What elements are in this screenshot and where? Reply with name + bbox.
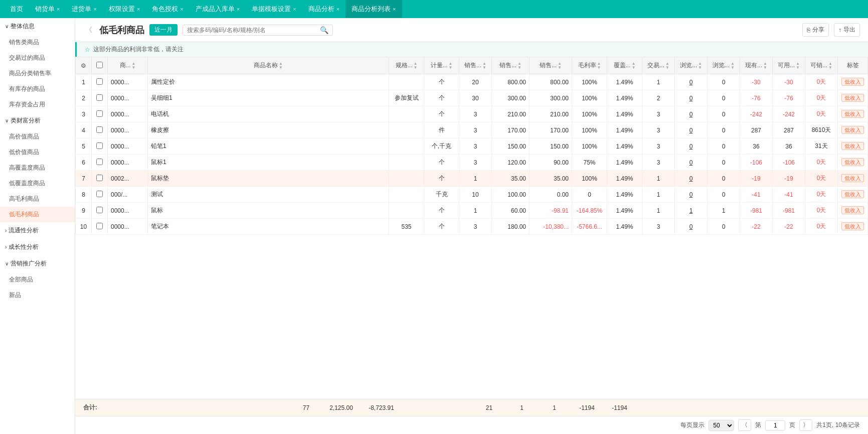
row-select-checkbox[interactable] [96, 110, 103, 117]
sidebar-section-growth[interactable]: › 成长性分析 [0, 239, 75, 255]
row-select-checkbox[interactable] [96, 191, 103, 197]
row-select-checkbox[interactable] [96, 175, 103, 181]
close-icon[interactable]: × [393, 6, 396, 12]
row-select-checkbox[interactable] [96, 78, 103, 85]
sidebar-item-all-goods[interactable]: 全部商品 [0, 272, 75, 287]
row-checkbox[interactable] [92, 155, 108, 171]
th-checkbox[interactable] [92, 57, 108, 74]
sidebar-section-wealth[interactable]: ∨ 类财富分析 [0, 112, 75, 129]
row-name[interactable]: 电话机 [148, 106, 389, 122]
close-icon[interactable]: × [180, 6, 183, 12]
th-gross-margin[interactable]: 毛利率 ▲▼ [572, 57, 607, 74]
row-name[interactable]: 鼠标 [148, 203, 389, 219]
nav-home[interactable]: 首页 [4, 0, 29, 18]
row-view1[interactable]: 0 [675, 155, 708, 171]
nav-role[interactable]: 角色授权× [146, 0, 189, 18]
row-select-checkbox[interactable] [96, 223, 103, 229]
row-name[interactable]: 鼠标1 [148, 155, 389, 171]
sidebar-section-marketing[interactable]: ∨ 营销推广分析 [0, 255, 75, 272]
nav-permissions[interactable]: 权限设置× [103, 0, 146, 18]
close-icon[interactable]: × [57, 6, 60, 12]
row-view1[interactable]: 0 [675, 90, 708, 106]
row-name[interactable]: 橡皮擦 [148, 122, 389, 138]
row-select-checkbox[interactable] [96, 207, 103, 213]
row-checkbox[interactable] [92, 122, 108, 138]
th-code[interactable]: 商... ▲▼ [108, 57, 148, 74]
row-view1[interactable]: 0 [675, 74, 708, 90]
th-view1[interactable]: 浏览... ▲▼ [675, 57, 708, 74]
close-icon[interactable]: × [336, 6, 339, 12]
next-page-button[interactable]: 〉 [799, 419, 812, 431]
nav-purchase[interactable]: 进货单× [66, 0, 102, 18]
th-saleable[interactable]: 可销... ▲▼ [805, 57, 838, 74]
row-name[interactable]: 铅笔1 [148, 138, 389, 155]
th-available[interactable]: 可用... ▲▼ [773, 57, 805, 74]
sidebar-item-sales-goods[interactable]: 销售类商品 [0, 35, 75, 50]
th-trade[interactable]: 交易... ▲▼ [642, 57, 675, 74]
row-name[interactable]: 吴细细1 [148, 90, 389, 106]
row-checkbox[interactable] [92, 219, 108, 235]
row-name[interactable]: 鼠标垫 [148, 171, 389, 187]
sidebar-item-high-margin[interactable]: 高毛利商品 [0, 191, 75, 207]
row-view1[interactable]: 0 [675, 171, 708, 187]
nav-sales[interactable]: 销货单× [29, 0, 66, 18]
page-number-input[interactable] [765, 420, 785, 430]
row-checkbox[interactable] [92, 187, 108, 203]
search-icon[interactable]: 🔍 [320, 26, 328, 34]
nav-product-analysis-list[interactable]: 商品分析列表× [345, 0, 402, 18]
row-checkbox[interactable] [92, 203, 108, 219]
row-checkbox[interactable] [92, 171, 108, 187]
search-input[interactable] [187, 27, 320, 34]
th-sales-profit[interactable]: 销售... ▲▼ [530, 57, 572, 74]
date-filter-button[interactable]: 近一月 [149, 24, 178, 36]
sidebar-item-stocked-goods[interactable]: 有库存的商品 [0, 81, 75, 97]
collapse-sidebar-button[interactable]: 《 [83, 25, 94, 36]
th-tag[interactable]: 标签 [838, 57, 868, 74]
th-sales-amount[interactable]: 销售... ▲▼ [492, 57, 530, 74]
row-select-checkbox[interactable] [96, 126, 103, 133]
th-unit[interactable]: 计量... ▲▼ [424, 57, 459, 74]
row-select-checkbox[interactable] [96, 142, 103, 149]
th-coverage[interactable]: 覆盖... ▲▼ [607, 57, 642, 74]
close-icon[interactable]: × [237, 6, 240, 12]
share-button[interactable]: ⎘ 分享 [802, 23, 829, 37]
row-view1[interactable]: 1 [675, 203, 708, 219]
sidebar-item-stock-capital[interactable]: 库存资金占用 [0, 97, 75, 112]
export-button[interactable]: ↑ 导出 [834, 23, 860, 37]
sidebar-item-new-goods[interactable]: 新品 [0, 287, 75, 303]
row-checkbox[interactable] [92, 106, 108, 122]
row-view1[interactable]: 0 [675, 219, 708, 235]
th-spec[interactable]: 规格... ▲▼ [389, 57, 424, 74]
row-view1[interactable]: 0 [675, 187, 708, 203]
sidebar-item-traded-goods[interactable]: 交易过的商品 [0, 50, 75, 66]
sidebar-item-category-rate[interactable]: 商品分类销售率 [0, 66, 75, 81]
select-all-checkbox[interactable] [96, 62, 103, 68]
close-icon[interactable]: × [137, 6, 140, 12]
th-sales-count[interactable]: 销售... ▲▼ [459, 57, 492, 74]
row-view1[interactable]: 0 [675, 122, 708, 138]
th-view2[interactable]: 浏览... ▲▼ [708, 57, 740, 74]
row-view1[interactable]: 0 [675, 106, 708, 122]
row-select-checkbox[interactable] [96, 94, 103, 101]
sidebar-item-high-coverage[interactable]: 高覆盖度商品 [0, 160, 75, 176]
prev-page-button[interactable]: 〈 [738, 419, 751, 431]
nav-product-entry[interactable]: 产成品入库单× [190, 0, 246, 18]
row-checkbox[interactable] [92, 74, 108, 90]
th-name[interactable]: 商品名称 ▲▼ [148, 57, 389, 74]
row-select-checkbox[interactable] [96, 159, 103, 165]
th-settings[interactable]: ⚙ [76, 57, 92, 74]
nav-product-analysis[interactable]: 商品分析× [302, 0, 345, 18]
close-icon[interactable]: × [93, 6, 96, 12]
row-name[interactable]: 笔记本 [148, 219, 389, 235]
th-current-stock[interactable]: 现有... ▲▼ [740, 57, 773, 74]
sidebar-item-low-margin[interactable]: 低毛利商品 [0, 207, 75, 222]
sidebar-section-overall[interactable]: ∨ 整体信息 [0, 18, 75, 35]
per-page-select[interactable]: 50 20 100 [709, 420, 734, 431]
sidebar-item-high-value[interactable]: 高价值商品 [0, 129, 75, 144]
sidebar-item-low-value[interactable]: 低价值商品 [0, 144, 75, 160]
close-icon[interactable]: × [293, 6, 296, 12]
row-name[interactable]: 测试 [148, 187, 389, 203]
row-view1[interactable]: 0 [675, 138, 708, 155]
settings-icon[interactable]: ⚙ [81, 62, 86, 69]
sidebar-section-liquidity[interactable]: › 流通性分析 [0, 222, 75, 239]
